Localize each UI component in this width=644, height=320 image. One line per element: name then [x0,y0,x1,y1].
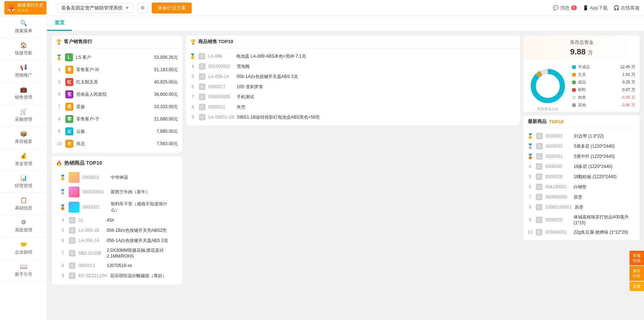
system-selector[interactable]: 装备及固定资产辅助管理系统 ▼ [57,3,134,13]
inventory-amount: 9.88 万 [527,47,636,57]
sidebar-item-search[interactable]: 🔍 搜索菜单 [0,16,47,38]
guide-icon: 📖 [20,263,27,270]
right-column: 库存总资金 9.88 万 [523,36,640,316]
fire-icon: 🔥 [56,160,62,166]
sidebar-item-guide[interactable]: 📖 新手引导 [0,259,47,282]
sale-item-1: 🥇 G LA-089 电池盖 LA-089 ABS本色+黑种 7.1克 [186,51,520,61]
legend-item-4: 材料 0.07 万 [572,86,635,94]
hot-product-item-1: 🥇 0000001 中华神器 [56,170,178,185]
finance-icon: 💰 [20,152,27,159]
legend-dot-3 [572,81,576,84]
trophy-icon: 🏆 [56,39,62,45]
hot-product-item-6: 6 G LA-056-1A 056-1A白色按键开关盖ABS 3克 [56,235,178,246]
hot-product-item-7: 7 G NB2.0X30B 2.0X30MM双摄花轴,摆花直径2.1MM/ROH… [56,246,178,260]
hot-product-item-9: 9 G KK-SD22110H 花语萌恒温分離繃袋（厚款） [56,271,178,281]
inventory-label: 库存总资金 [527,39,636,46]
hot-product-item-2: 🥈 000500001 新西兰牛肉（新牛） [56,185,178,199]
sidebar-item-marketing[interactable]: 📢 营销推广 [0,60,47,82]
float-live-button[interactable]: 直播 [629,282,644,291]
left-column: 🏆 客户销售排行 🥇 L LS 客户 53,006.26元 4 零 [52,36,182,316]
gear-icon: ⚙ [140,5,145,11]
gray-5: G [199,94,205,100]
sidebar-item-sales[interactable]: 💼 销售管理 [0,82,47,104]
gold-medal-1: 🥇 [189,53,196,59]
message-icon: 💬 [553,5,559,11]
hot-products-card: 🔥 热销商品 TOP10 🥇 0000001 中华神器 🥈 [52,156,182,284]
new-item-8: 8 G 10000100001 原垄 [523,202,640,212]
purchase-icon: 🛒 [20,108,27,115]
basics-icon: 📋 [20,197,27,204]
customer-badge-4: 苍 [65,90,73,98]
float-community-button[interactable]: 服务 社区 [629,266,644,281]
legend-item-3: 成品 0.25 万 [572,78,635,86]
operations-icon: 📊 [20,175,27,181]
sidebar-item-inventory[interactable]: 📦 库存核算 [0,127,47,149]
customer-badge-2: 零 [65,66,73,74]
sale-item-3: 5 G LA-056-1A 056-1A白色按键开关盖ABS 3克 [186,71,520,82]
content-area: 首页 🏆 客户销售排行 🥇 L LS 客户 53,006.26 [47,16,644,320]
top-sale-products-card: 🏆 商品销售 TOP10 🥇 G LA-089 电池盖 LA-089 ABS本色… [186,36,520,125]
headset-icon: 🎧 [614,5,619,11]
legend-dot-5 [572,96,576,99]
legend-item-6: 其他 -3.86 万 [572,101,635,109]
sidebar-item-finance[interactable]: 💰 资金管理 [0,149,47,171]
customer-rank-item-8: 10 肖 肖总 7,563.00元 [52,138,182,150]
newest-products-card: 最新商品 TOP10 🥇 G 0000033 封边带 (1.0*22) 🥈 G [523,115,640,240]
top-bar: 🦊 畅捷通好生意 标准版 装备及固定资产辅助管理系统 ▼ ⚙ 体验行业方案 💬 … [0,0,644,16]
newest-header: 最新商品 TOP10 [523,115,640,128]
medal-1: 🥇 [60,175,66,180]
sidebar-item-enterprise[interactable]: 🤝 企业协同 [0,237,47,259]
system-icon: ⚙ [21,219,26,226]
customer-rank-item-5: 7 星 星扬 33,333.00元 [52,100,182,113]
new-gray-2: G [536,143,543,149]
gray-icon-5: G [69,227,76,234]
hot-product-item-4: 4 G 01 45# [56,215,178,225]
top-sale-header: 🏆 商品销售 TOP10 [186,36,520,48]
medal-2: 🥈 [60,189,66,195]
customer-badge-5: 星 [65,103,73,111]
sidebar-item-system[interactable]: ⚙ 系统管理 [0,215,47,237]
messages-button[interactable]: 💬 消息 6 [553,5,577,11]
customer-badge-6: 零 [65,115,73,123]
float-service-button[interactable]: 客服 热线 [629,251,644,266]
online-service-button[interactable]: 🎧 在线客服 [614,5,640,11]
tab-home[interactable]: 首页 [47,16,72,31]
sidebar-item-purchase[interactable]: 🛒 采购管理 [0,104,47,127]
trophy2-icon: 🏆 [190,39,196,45]
top-right-area: 💬 消息 6 📱 App下载 🎧 在线客服 [553,5,640,11]
product-thumb-3 [69,202,80,213]
medal-gold-icon: 🥇 [56,54,62,60]
trial-button[interactable]: 体验行业方案 [152,3,192,13]
hot-product-item-8: 8 G 0000011 12070519-xs [56,260,178,271]
gray-icon-4: G [69,217,76,223]
new-gray-6: G [536,184,542,190]
logo-icon: 🦊 [7,4,15,12]
enterprise-icon: 🤝 [20,241,27,248]
customer-rank-item-6: 8 零 零售客户-于 21,680.00元 [52,113,182,125]
sidebar-item-basics[interactable]: 📋 基础信息 [0,193,47,215]
gray-3: G [199,73,205,80]
customer-rank-item-7: 9 云 云扬 7,680.00元 [52,125,182,138]
customer-badge-8: 肖 [65,140,73,148]
sidebar-item-nav[interactable]: 🏠 快捷导航 [0,38,47,60]
logo-name: 畅捷通好生意 [17,3,44,8]
gray-2: G [199,63,205,70]
inventory-chart-area: 库存资金占比 半成品 12.45 万 文具 1.01 万 [523,60,640,112]
settings-button[interactable]: ⚙ [137,3,148,13]
new-item-6: 6 G 004100001 白钢垫 [523,182,640,192]
new-item-9: 9 G 0000028 体城嘉枝味苏打饮品400毫升 (1*15) [523,212,640,227]
sale-item-6: 8 G 0000021 夹壳 [186,102,520,112]
hot-product-item-3: 🥉 0000002 智利车子里（规格不知道填什么） [56,199,178,215]
top-sale-body: 🥇 G LA-089 电池盖 LA-089 ABS本色+黑种 7.1克 4 G … [186,48,520,125]
legend-item-1: 半成品 12.45 万 [572,63,635,71]
customer-badge-3: 红 [65,78,73,86]
customer-ranking-card: 🏆 客户销售排行 🥇 L LS 客户 53,006.26元 4 零 [52,36,182,153]
sidebar-item-operations[interactable]: 📊 经营管理 [0,171,47,193]
new-item-7: 7 G 000800008 原垄 [523,192,640,202]
medal-3: 🥉 [60,204,66,210]
new-label: 最新商品 [528,118,547,125]
new-gray-5: G [536,173,542,180]
app-download-button[interactable]: 📱 App下载 [583,5,608,11]
customer-rank-item-1: 🥇 L LS 客户 53,006.26元 [52,51,182,63]
new-gray-1: G [536,133,543,139]
